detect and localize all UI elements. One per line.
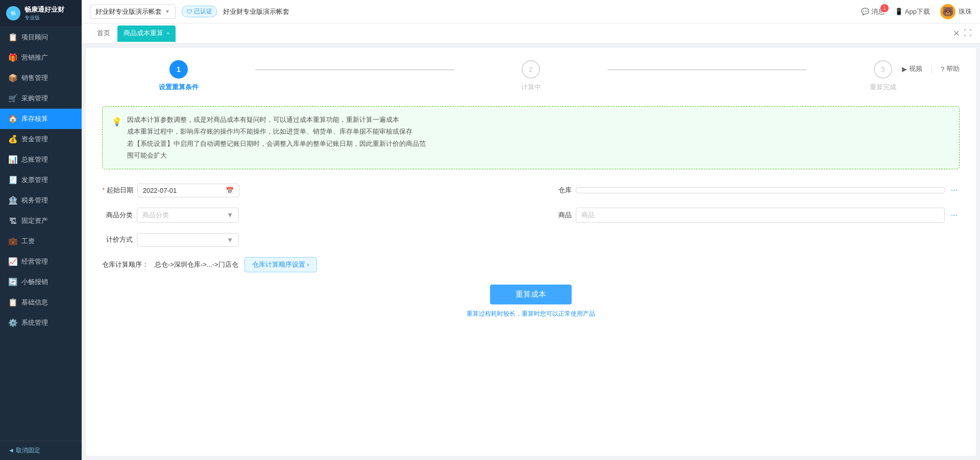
user-name: 珠珠 — [959, 7, 972, 16]
sidebar-title: 畅康通好业财 专业版 — [24, 5, 64, 21]
app-download-label: App下载 — [905, 7, 930, 16]
payroll-icon: 💼 — [8, 237, 17, 246]
step-3-label: 重算完成 — [870, 83, 896, 92]
topbar: 好业财专业版演示帐套 ▼ 🛡 已认证 好业财专业版演示帐套 💬 消息 1 📱 A… — [82, 0, 980, 23]
inventory-icon: 🏠 — [8, 114, 17, 123]
sidebar-item-purchase[interactable]: 🛒 采购管理 — [0, 88, 82, 109]
tab-home[interactable]: 首页 — [90, 24, 117, 43]
message-button[interactable]: 💬 消息 1 — [861, 7, 885, 16]
play-icon: ▶ — [902, 65, 907, 73]
sidebar-item-label: 资金管理 — [21, 135, 48, 144]
finance-icon: 💰 — [8, 135, 17, 144]
purchase-icon: 🛒 — [8, 94, 17, 103]
avatar: 🐻 — [940, 4, 955, 19]
warehouse-order-settings-button[interactable]: 仓库计算顺序设置 › — [244, 257, 317, 272]
sidebar-item-label: 采购管理 — [21, 94, 48, 103]
sidebar-item-marketing[interactable]: 🎁 营销推广 — [0, 47, 82, 68]
expand-icon[interactable]: ⛶ — [964, 29, 972, 38]
step-2: 2 计算中 — [454, 60, 607, 92]
close-icon[interactable]: ✕ — [953, 29, 960, 38]
sidebar-item-sales[interactable]: 📦 销售管理 — [0, 68, 82, 88]
start-date-value: 2022-07-01 — [143, 187, 177, 194]
notice-line1: 因成本计算参数调整，或是对商品成本有疑问时，可以通过成本重算功能，重新计算一遍成… — [127, 114, 426, 125]
tabs-bar: 首页 商品成本重算 × ✕ ⛶ — [82, 23, 980, 44]
main-area: 好业财专业版演示帐套 ▼ 🛡 已认证 好业财专业版演示帐套 💬 消息 1 📱 A… — [82, 0, 980, 460]
notice-line2: 成本重算过程中，影响库存账的操作均不能操作，比如进货单、销货单、库存单据不能审核… — [127, 125, 426, 137]
sidebar-item-inventory[interactable]: 🏠 库存核算 — [0, 109, 82, 129]
pricing-field: 计价方式 ▼ — [102, 233, 521, 247]
step-line-2 — [607, 69, 806, 70]
account-select[interactable]: 好业财专业版演示帐套 ▼ — [90, 5, 176, 19]
sidebar-edition: 专业版 — [24, 14, 64, 21]
pricing-select[interactable]: ▼ — [137, 233, 239, 247]
sidebar-item-general[interactable]: 📊 总账管理 — [0, 149, 82, 170]
category-select[interactable]: 商品分类 ▼ — [137, 208, 239, 223]
sidebar-item-label: 工资 — [21, 237, 35, 246]
sidebar-unpin-label: ◄ 取消固定 — [8, 446, 40, 455]
tabs-right: ✕ ⛶ — [953, 29, 972, 38]
tab-close-icon[interactable]: × — [166, 30, 169, 36]
sidebar-item-expense[interactable]: 🔄 小畅报销 — [0, 272, 82, 292]
start-date-field: 起始日期 2022-07-01 📅 — [102, 184, 521, 197]
step-2-label: 计算中 — [521, 83, 541, 92]
sidebar: 畅 畅康通好业财 专业版 📋 项目顾问 🎁 营销推广 📦 销售管理 🛒 采购管理… — [0, 0, 82, 460]
content-area: 1 设置重算条件 2 计算中 3 重算完成 ▶ 视频 — [86, 48, 976, 456]
sidebar-item-tax[interactable]: 🏦 税务管理 — [0, 190, 82, 211]
goods-label: 商品 — [541, 211, 572, 220]
sidebar-brand: 畅康通好业财 — [24, 5, 64, 14]
doc-help[interactable]: ? 帮助 — [941, 64, 960, 73]
sidebar-item-label: 经营管理 — [21, 257, 48, 266]
video-help[interactable]: ▶ 视频 — [902, 64, 922, 73]
sidebar-item-base[interactable]: 📋 基础信息 — [0, 292, 82, 313]
sidebar-item-operations[interactable]: 📈 经营管理 — [0, 251, 82, 272]
expense-icon: 🔄 — [8, 277, 17, 287]
sidebar-item-assets[interactable]: 🏗 固定资产 — [0, 211, 82, 231]
goods-more-icon[interactable]: ··· — [949, 211, 960, 220]
sales-icon: 📦 — [8, 73, 17, 83]
notice-line4: 围可能会扩大 — [127, 149, 426, 161]
topbar-right: 💬 消息 1 📱 App下载 🐻 珠珠 — [861, 4, 972, 19]
shield-icon: 🛡 — [186, 8, 192, 15]
chevron-down-icon: ▼ — [227, 211, 233, 219]
message-icon: 💬 — [861, 8, 869, 15]
sidebar-item-label: 发票管理 — [21, 175, 48, 185]
notice-text: 因成本计算参数调整，或是对商品成本有疑问时，可以通过成本重算功能，重新计算一遍成… — [127, 114, 426, 162]
warehouse-input[interactable] — [576, 187, 945, 193]
tax-icon: 🏦 — [8, 196, 17, 205]
warehouse-order-label: 仓库计算顺序： — [102, 260, 149, 269]
goods-input[interactable]: 商品 — [576, 208, 945, 223]
sidebar-item-label: 小畅报销 — [21, 277, 48, 287]
step-1-label: 设置重算条件 — [159, 83, 199, 92]
sidebar-item-label: 库存核算 — [21, 114, 48, 123]
app-download-button[interactable]: 📱 App下载 — [895, 7, 930, 16]
category-placeholder: 商品分类 — [142, 211, 169, 220]
sidebar-item-system[interactable]: ⚙️ 系统管理 — [0, 313, 82, 333]
notice-line3: 若【系统设置】中启用了自动调整记账日期时，会调整入库单的整单记账日期，因此重新计… — [127, 138, 426, 149]
account-select-value: 好业财专业版演示帐套 — [95, 7, 162, 16]
calendar-icon[interactable]: 📅 — [226, 187, 234, 194]
phone-icon: 📱 — [895, 8, 903, 15]
sidebar-item-invoice[interactable]: 🧾 发票管理 — [0, 170, 82, 190]
category-label: 商品分类 — [102, 211, 133, 220]
recalc-button[interactable]: 重算成本 — [490, 285, 572, 304]
sidebar-unpin[interactable]: ◄ 取消固定 — [0, 441, 82, 460]
form-row-1: 起始日期 2022-07-01 📅 仓库 ··· — [102, 184, 960, 197]
help-icon: ? — [941, 65, 944, 73]
tab-cost-recalc-label: 商品成本重算 — [124, 29, 163, 38]
tab-cost-recalc[interactable]: 商品成本重算 × — [117, 25, 176, 42]
sidebar-item-project[interactable]: 📋 项目顾问 — [0, 27, 82, 47]
pricing-label: 计价方式 — [102, 235, 133, 244]
warehouse-order-settings-label: 仓库计算顺序设置 › — [252, 260, 309, 269]
goods-field: 商品 商品 ··· — [541, 208, 960, 223]
sidebar-item-label: 项目顾问 — [21, 33, 48, 42]
step-3-circle: 3 — [874, 60, 892, 79]
sidebar-item-payroll[interactable]: 💼 工资 — [0, 231, 82, 251]
start-date-input[interactable]: 2022-07-01 📅 — [137, 184, 239, 197]
sidebar-item-label: 销售管理 — [21, 73, 48, 83]
warehouse-more-icon[interactable]: ··· — [949, 186, 960, 195]
sidebar-item-finance[interactable]: 💰 资金管理 — [0, 129, 82, 149]
sidebar-logo: 畅 — [6, 6, 20, 20]
warehouse-order-value: 总仓->深圳仓库->...->门店仓 — [155, 260, 238, 269]
user-avatar-area[interactable]: 🐻 珠珠 — [940, 4, 972, 19]
chevron-down-icon: ▼ — [165, 9, 170, 14]
